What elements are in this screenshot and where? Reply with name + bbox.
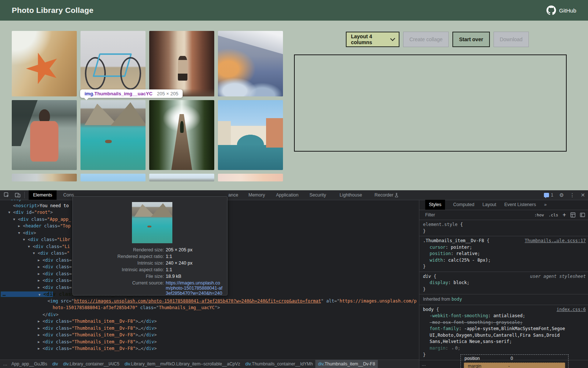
dom-tree-row[interactable]: </div>	[0, 311, 419, 318]
rule-source-link[interactable]: index.css:6	[557, 307, 586, 313]
collage-drop-area[interactable]	[294, 54, 567, 152]
create-collage-button[interactable]: Create collage	[403, 32, 449, 47]
breadcrumb: …App_app__GuJBsdivdiv.Library_container_…	[0, 360, 419, 368]
photo-venice-rialto[interactable]	[218, 100, 283, 170]
photo-strip-sky[interactable]	[80, 174, 146, 181]
css-property[interactable]: -moz-osx-font-smoothing: grayscale;	[423, 319, 586, 326]
tab-ance[interactable]: ance	[227, 190, 240, 200]
styles-tab-computed[interactable]: Computed	[453, 200, 474, 210]
breadcrumb-item[interactable]: div.Thumbnails_item__Dv-F8	[315, 360, 377, 368]
breadcrumb-item[interactable]: div	[50, 360, 60, 368]
dom-tree-row[interactable]: ▶<div class="Thumbnails_item__Dv-F8">…</…	[0, 339, 419, 346]
gear-icon[interactable]: ⚙	[559, 190, 564, 200]
dom-tree-row[interactable]: ▶<div class="Thumbnails_item__Dv-F8">…</…	[0, 332, 419, 339]
styles-tab-styles[interactable]: Styles	[425, 200, 445, 210]
photo-strip-sunset[interactable]	[218, 174, 283, 181]
property-value: antialiased	[493, 313, 522, 318]
breadcrumb-overflow-icon[interactable]: …	[3, 361, 7, 367]
dom-tree-row[interactable]: ▶<div class="Thumbnails_item__Dv-F8">…</…	[0, 325, 419, 332]
twisty-closed-icon[interactable]: ▶	[38, 325, 40, 332]
photo-alley-walker[interactable]	[149, 31, 214, 96]
image-source-link[interactable]: https://images.unsplash.com/photo-150178…	[166, 280, 225, 296]
breadcrumb-item[interactable]: div.Thumbnails_container__IdYMh	[243, 360, 316, 368]
styles-filter-input[interactable]: Filter	[425, 212, 534, 217]
rule-selector-line: element.style {	[423, 222, 586, 228]
rule-source-link[interactable]: Thumbnails.…ule.scss:17	[525, 238, 586, 244]
inherited-from-link[interactable]: body	[451, 297, 462, 302]
photo-blue-bicycle[interactable]	[80, 31, 146, 96]
photo-strip-coast[interactable]	[12, 174, 77, 181]
css-property[interactable]: margin: ▸0;	[423, 345, 586, 352]
dom-tree-row[interactable]: …▼<div class="Thumbnails_item__Dv-F8">	[0, 291, 54, 298]
box-model-margin[interactable]: margin -	[464, 362, 565, 368]
breadcrumb-item[interactable]: div.Library_item__mvRkO.Library_item--sc…	[122, 360, 243, 368]
breadcrumb-item[interactable]: App_app__GuJBs	[9, 360, 50, 368]
dom-tree-row[interactable]: ▶<div class="Thumbnails_item__Dv-F8">…</…	[0, 318, 419, 325]
css-property[interactable]: width: calc(25% - 8px);	[423, 257, 586, 264]
rule-selector[interactable]: body	[423, 307, 434, 312]
twisty-closed-icon[interactable]: ▶	[38, 270, 40, 277]
css-property[interactable]: font-family: -apple-system,BlinkMacSyste…	[423, 326, 586, 345]
rule-selector[interactable]: div	[423, 274, 431, 279]
tab-lighthouse[interactable]: Lighthouse	[338, 190, 363, 200]
device-toolbar-icon[interactable]	[15, 192, 21, 198]
tab-recorder[interactable]: Recorder	[373, 190, 400, 200]
breadcrumb-item[interactable]: div.Library_container__lAIC5	[61, 360, 122, 368]
css-property[interactable]: position: relative;	[423, 251, 586, 257]
download-button[interactable]: Download	[494, 32, 529, 47]
photo-hiker-lake[interactable]	[12, 100, 77, 170]
css-property[interactable]: -webkit-font-smoothing: antialiased;	[423, 313, 586, 319]
twisty-closed-icon[interactable]: ▶	[38, 318, 40, 325]
expand-icon[interactable]: ▸	[452, 347, 454, 350]
twisty-closed-icon[interactable]: ▶	[38, 284, 40, 291]
photo-braies-lake[interactable]	[80, 100, 146, 170]
twisty-closed-icon[interactable]: ▶	[38, 257, 40, 264]
dom-tree-row[interactable]: ▶<div class="Thumbnails_item__Dv-F8">…</…	[0, 345, 419, 352]
new-rule-button[interactable]: +	[563, 212, 566, 218]
start-over-button[interactable]: Start over	[452, 32, 490, 47]
twisty-open-icon[interactable]: ▼	[13, 216, 15, 223]
rule-selector[interactable]: element.style	[423, 222, 458, 227]
twisty-closed-icon[interactable]: ▶	[38, 332, 40, 339]
image-info-label: Rendered size:	[73, 247, 164, 252]
hover-toggle[interactable]: :hov	[534, 213, 544, 217]
inspect-element-icon[interactable]	[4, 192, 10, 198]
css-property[interactable]: display: block;	[423, 280, 586, 286]
rule-selector[interactable]: .Thumbnails_item__Dv-F8	[423, 238, 484, 243]
styles-tab-event-listeners[interactable]: Event Listeners	[504, 200, 536, 210]
photo-strip-city[interactable]	[149, 174, 214, 181]
photo-starfish-beach[interactable]	[12, 31, 77, 96]
computed-panel-icon[interactable]	[570, 212, 576, 217]
github-link[interactable]: GitHub	[546, 6, 576, 15]
tab-elements[interactable]: Elements	[29, 190, 57, 200]
twisty-open-icon[interactable]: ▼	[23, 236, 25, 243]
kebab-menu-icon[interactable]: ⋮	[570, 190, 575, 200]
styles-tab-layout[interactable]: Layout	[483, 200, 496, 210]
twisty-closed-icon[interactable]: ▶	[38, 277, 40, 284]
layout-select[interactable]: Layout 4 columns	[346, 32, 399, 47]
dom-tree-row[interactable]: hoto-1501785888041-af3ef285b470" class="…	[0, 304, 419, 311]
dom-tree-row[interactable]: <img src="https://images.unsplash.com/ph…	[0, 298, 419, 305]
box-model-widget[interactable]: position 0 margin -	[460, 354, 569, 368]
sidebar-toggle-icon[interactable]	[580, 212, 585, 217]
styles-pane: StylesComputedLayoutEvent Listeners» Fil…	[419, 200, 588, 368]
tab-memory[interactable]: Memory	[247, 190, 266, 200]
twisty-closed-icon[interactable]: ▶	[38, 345, 40, 352]
twisty-open-icon[interactable]: ▼	[28, 243, 30, 250]
row-actions-indicator[interactable]: …	[3, 291, 6, 298]
twisty-open-icon[interactable]: ▼	[33, 250, 35, 257]
twisty-closed-icon[interactable]: ▶	[38, 263, 40, 270]
twisty-closed-icon[interactable]: ▶	[38, 339, 40, 346]
tab-application[interactable]: Application	[275, 190, 300, 200]
twisty-open-icon[interactable]: ▼	[8, 209, 10, 216]
tab-security[interactable]: Security	[308, 190, 327, 200]
twisty-closed-icon[interactable]: ▶	[18, 223, 20, 230]
issues-button[interactable]: 1	[544, 192, 553, 198]
twisty-open-icon[interactable]: ▼	[18, 230, 20, 237]
class-toggle[interactable]: .cls	[548, 213, 558, 217]
css-property[interactable]: cursor: pointer;	[423, 244, 586, 251]
close-icon[interactable]: ✕	[581, 190, 585, 200]
photo-airplane-wing[interactable]	[218, 31, 283, 96]
more-tabs-icon[interactable]: »	[544, 200, 546, 210]
photo-suspension-bridge[interactable]	[149, 100, 214, 170]
